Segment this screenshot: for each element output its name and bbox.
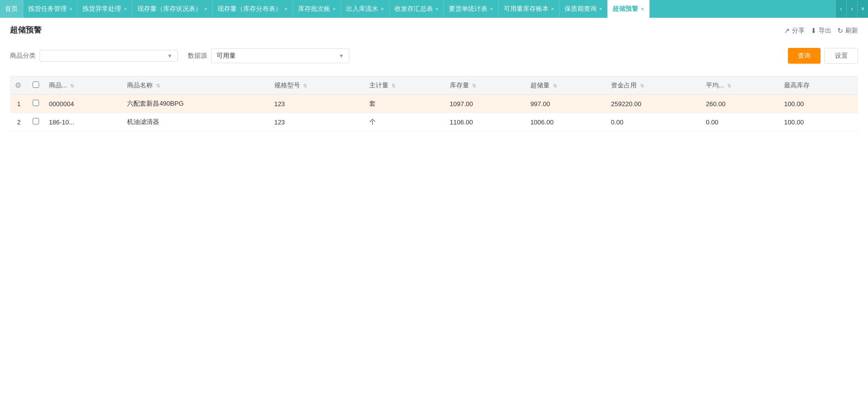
nav-item-abnormal[interactable]: 拣货异常处理 × <box>78 0 132 18</box>
nav-close-task[interactable]: × <box>69 6 72 12</box>
cell-max-stock: 100.00 <box>779 113 858 131</box>
nav-item-home[interactable]: 首页 <box>0 0 23 18</box>
row-num: 2 <box>10 113 28 131</box>
nav-close-stock-dist[interactable]: × <box>284 6 287 12</box>
col-product-name[interactable]: 商品名称 ⇅ <box>122 77 269 95</box>
col-checkbox-header <box>28 77 44 95</box>
cell-product-name: 机油滤清器 <box>122 113 269 131</box>
sort-icon-avg: ⇅ <box>727 83 731 88</box>
col-product-code[interactable]: 商品... ⇅ <box>44 77 122 95</box>
col-settings: ⚙ <box>10 77 28 95</box>
datasource-select[interactable]: 可用量 ▼ <box>211 48 349 63</box>
table-body: 1 0000004 六配套新昌490BPG 123 套 1097.00 997.… <box>10 95 858 131</box>
header-actions: ↗ 分享 ⬇ 导出 ↻ 刷新 <box>784 26 858 35</box>
export-icon: ⬇ <box>811 27 817 35</box>
row-checkbox-cell <box>28 113 44 131</box>
export-button[interactable]: ⬇ 导出 <box>811 26 831 35</box>
page-content: 超储预警 ↗ 分享 ⬇ 导出 ↻ 刷新 商品分类 ▼ 数据源 <box>0 18 868 395</box>
refresh-button[interactable]: ↻ 刷新 <box>837 26 858 35</box>
nav-item-summary[interactable]: 收发存汇总表 × <box>390 0 444 18</box>
sort-icon-spec: ⇅ <box>303 83 307 88</box>
filter-row: 商品分类 ▼ 数据源 可用量 ▼ 查询 设置 <box>10 43 858 69</box>
filter-buttons: 查询 设置 <box>788 48 858 64</box>
share-button[interactable]: ↗ 分享 <box>784 26 805 35</box>
refresh-icon: ↻ <box>837 27 843 35</box>
cell-capital: 0.00 <box>606 113 701 131</box>
table-row: 1 0000004 六配套新昌490BPG 123 套 1097.00 997.… <box>10 95 858 113</box>
chevron-down-icon: ▼ <box>167 53 173 59</box>
nav-next-button[interactable]: › <box>846 0 857 18</box>
cell-avg: 0.00 <box>701 113 779 131</box>
nav-item-inout[interactable]: 出入库流水 × <box>341 0 389 18</box>
datasource-filter: 数据源 可用量 ▼ <box>188 48 349 63</box>
cell-overstock: 1006.00 <box>525 113 606 131</box>
col-avg[interactable]: 平均... ⇅ <box>701 77 779 95</box>
data-table: ⚙ 商品... ⇅ 商品名称 ⇅ 规格型号 ⇅ 主计量 <box>10 76 858 131</box>
sort-icon-name: ⇅ <box>156 83 160 88</box>
cell-max-stock: 100.00 <box>779 95 858 113</box>
col-unit[interactable]: 主计量 ⇅ <box>364 77 445 95</box>
nav-item-stock-dist[interactable]: 现存量（库存分布表） × <box>213 0 293 18</box>
cell-unit: 套 <box>364 95 445 113</box>
row-checkbox-cell <box>28 95 44 113</box>
cell-overstock: 997.00 <box>525 95 606 113</box>
nav-close-stock-status[interactable]: × <box>204 6 207 12</box>
cell-capital: 259220.00 <box>606 95 701 113</box>
nav-item-batch[interactable]: 库存批次账 × <box>293 0 341 18</box>
nav-prev-button[interactable]: ‹ <box>835 0 846 18</box>
sort-icon-overstock: ⇅ <box>553 83 557 88</box>
page-header: 超储预警 ↗ 分享 ⬇ 导出 ↻ 刷新 <box>10 25 858 36</box>
nav-arrows: ‹ › × <box>835 0 868 18</box>
row-checkbox[interactable] <box>33 118 39 124</box>
cell-spec: 123 <box>269 113 364 131</box>
query-button[interactable]: 查询 <box>788 48 821 64</box>
row-checkbox[interactable] <box>33 100 39 106</box>
cell-unit: 个 <box>364 113 445 131</box>
settings-button[interactable]: 设置 <box>825 48 858 64</box>
nav-item-overstock[interactable]: 超储预警 × <box>608 0 649 18</box>
nav-item-task[interactable]: 拣货任务管理 × <box>23 0 78 18</box>
col-max-stock[interactable]: 最高库存 <box>779 77 858 95</box>
nav-close-inout[interactable]: × <box>381 6 384 12</box>
col-capital[interactable]: 资金占用 ⇅ <box>606 77 701 95</box>
nav-item-order-stat[interactable]: 要货单统计表 × <box>444 0 498 18</box>
cell-spec: 123 <box>269 95 364 113</box>
select-all-checkbox[interactable] <box>33 81 39 88</box>
sort-icon-code: ⇅ <box>70 83 74 88</box>
category-filter: 商品分类 ▼ <box>10 50 178 62</box>
category-label: 商品分类 <box>10 51 36 60</box>
nav-close-batch[interactable]: × <box>333 6 336 12</box>
nav-close-expiry[interactable]: × <box>599 6 602 12</box>
nav-close-all-button[interactable]: × <box>857 0 868 18</box>
nav-close-abnormal[interactable]: × <box>124 6 127 12</box>
sort-icon-capital: ⇅ <box>640 83 644 88</box>
nav-close-order-stat[interactable]: × <box>490 6 493 12</box>
cell-avg: 260.00 <box>701 95 779 113</box>
nav-item-stock-status[interactable]: 现存量（库存状况表） × <box>132 0 213 18</box>
nav-close-overstock[interactable]: × <box>641 6 644 12</box>
datasource-value: 可用量 <box>217 51 236 60</box>
row-num: 1 <box>10 95 28 113</box>
datasource-label: 数据源 <box>188 51 207 60</box>
cell-product-name: 六配套新昌490BPG <box>122 95 269 113</box>
table-row: 2 186-10... 机油滤清器 123 个 1106.00 1006.00 … <box>10 113 858 131</box>
cell-stock: 1097.00 <box>445 95 525 113</box>
top-nav: 首页 拣货任务管理 × 拣货异常处理 × 现存量（库存状况表） × 现存量（库存… <box>0 0 868 18</box>
page-title: 超储预警 <box>10 25 42 36</box>
category-select[interactable]: ▼ <box>40 50 178 62</box>
share-icon: ↗ <box>784 27 790 35</box>
nav-close-summary[interactable]: × <box>435 6 438 12</box>
sort-icon-unit: ⇅ <box>391 83 395 88</box>
table-header-row: ⚙ 商品... ⇅ 商品名称 ⇅ 规格型号 ⇅ 主计量 <box>10 77 858 95</box>
col-stock[interactable]: 库存量 ⇅ <box>445 77 525 95</box>
col-spec[interactable]: 规格型号 ⇅ <box>269 77 364 95</box>
chevron-down-icon-2: ▼ <box>339 53 344 59</box>
gear-icon[interactable]: ⚙ <box>15 81 21 89</box>
nav-item-expiry[interactable]: 保质期查询 × <box>560 0 608 18</box>
cell-product-code: 186-10... <box>44 113 122 131</box>
cell-stock: 1106.00 <box>445 113 525 131</box>
col-overstock[interactable]: 超储量 ⇅ <box>525 77 606 95</box>
nav-item-available[interactable]: 可用量库存账本 × <box>499 0 560 18</box>
nav-close-available[interactable]: × <box>551 6 554 12</box>
sort-icon-stock: ⇅ <box>472 83 476 88</box>
